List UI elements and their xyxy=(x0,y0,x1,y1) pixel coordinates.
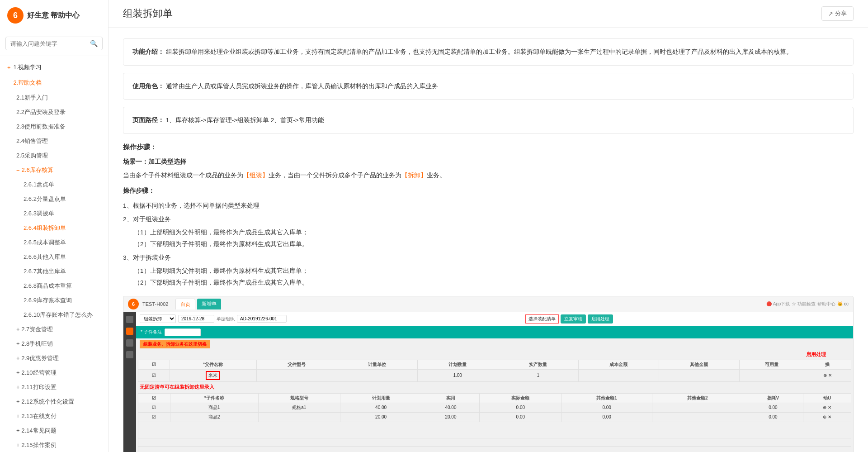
inner-status-left: * 子件备注 xyxy=(141,328,201,336)
inner-status-bar: * 子件备注 xyxy=(136,326,853,338)
upper-col-parent-model: 父件型号 xyxy=(256,360,337,369)
search-box[interactable]: 🔍 xyxy=(5,37,103,50)
sidebar-item-install[interactable]: 2.2产品安装及登录 xyxy=(0,105,108,119)
sidebar-item-label: 2.6.9库存账本查询 xyxy=(24,297,72,304)
sidebar-item-stock-error[interactable]: 2.6.10库存账本错了怎么办 xyxy=(0,308,108,322)
inner-type-select[interactable]: 组装拆卸 xyxy=(140,314,176,323)
logo-area: 6 好生意 帮助中心 xyxy=(0,0,108,31)
inner-save-btn[interactable]: 立复审核 xyxy=(561,314,586,324)
share-label: 分享 xyxy=(835,10,847,18)
inner-action-btn[interactable]: 启用处理 xyxy=(588,314,613,324)
inner-group-label: 单据组织 xyxy=(217,316,235,322)
sidebar-item-label: + 2.10经营管理 xyxy=(16,369,57,376)
type-toggle-bar: 组装业务、拆卸业务在这里切换 xyxy=(140,340,210,348)
sidebar-item-docs[interactable]: − 2.帮助文档 xyxy=(0,75,108,90)
lower-row1-loss: 0.00 xyxy=(743,403,803,412)
lower-row1-other2 xyxy=(652,403,743,412)
inner-date-input[interactable] xyxy=(178,315,214,323)
sidebar-item-inventory[interactable]: − 2.6库存核算 xyxy=(0,163,108,177)
sidebar-item-cost-adjust[interactable]: 2.6.5成本调整单 xyxy=(0,235,108,250)
lower-row1-action: ⊕ ✕ xyxy=(803,403,851,412)
share-button[interactable]: ↗ 分享 xyxy=(821,6,854,21)
role-label: 使用角色： xyxy=(132,83,164,90)
sidebar-item-video[interactable]: + 1.视频学习 xyxy=(0,60,108,75)
sidebar-item-label: 2.6.6其他入库单 xyxy=(24,253,66,260)
sidebar-item-biz[interactable]: + 2.10经营管理 xyxy=(0,366,108,380)
sidebar-item-transfer[interactable]: 2.6.3调拨单 xyxy=(0,206,108,221)
parent-name-value: 米米 xyxy=(208,373,217,378)
inner-sidebar-icon2 xyxy=(126,328,133,335)
sidebar-item-pay[interactable]: + 2.13在线支付 xyxy=(0,409,108,423)
lower-row2-action: ⊕ ✕ xyxy=(803,412,851,422)
search-input[interactable] xyxy=(10,40,90,47)
inner-tab-home[interactable]: 自贡 xyxy=(175,299,195,309)
lower-table-header-row: ☑ *子件名称 规格型号 计划用量 实用 实际金额 其他金额1 其他金额2 损耗 xyxy=(138,393,851,403)
search-icon[interactable]: 🔍 xyxy=(90,40,98,47)
upper-row-plan-qty: 1.00 xyxy=(417,369,498,381)
sidebar-item-print[interactable]: + 2.11打印设置 xyxy=(0,380,108,395)
bom-select-btn[interactable]: 选择装配清单 xyxy=(525,314,559,324)
sidebar-item-label: 2.6.3调拨单 xyxy=(24,210,54,217)
sidebar-item-mobile[interactable]: + 2.8手机旺铺 xyxy=(0,337,108,351)
sidebar-item-sales[interactable]: 2.4销售管理 xyxy=(0,134,108,148)
sidebar-item-stocktake[interactable]: 2.6.1盘点单 xyxy=(0,177,108,192)
sidebar-item-coupon[interactable]: + 2.9优惠券管理 xyxy=(0,351,108,366)
sidebar-item-newbie[interactable]: 2.1新手入门 xyxy=(0,90,108,105)
upper-row-unit xyxy=(337,369,417,381)
sidebar-item-stock-check[interactable]: 2.6.9库存账本查询 xyxy=(0,293,108,308)
sidebar-item-label: 2.6.1盘点单 xyxy=(24,181,54,188)
scenario1-title: 场景一：加工类型选择 xyxy=(123,158,854,166)
inner-app-wrapper: 6 TEST-H002 自贡 新增单 🔴 App下载 ☆ 功能检查 xyxy=(123,296,853,452)
step3: 3、对于拆装业务 xyxy=(123,252,854,264)
inner-body: 组装拆卸 单据组织 有装配清单的在这里处理 选择装配清单 xyxy=(123,312,853,452)
lower-row1-amount: 0.00 xyxy=(480,403,561,412)
inner-remark-input[interactable] xyxy=(165,328,201,336)
sidebar-item-purchase[interactable]: 2.5采购管理 xyxy=(0,148,108,163)
inner-nav-tabs: 自贡 新增单 xyxy=(175,299,221,309)
sidebar-item-label: + 2.9优惠券管理 xyxy=(16,355,59,362)
sidebar-item-other-in[interactable]: 2.6.6其他入库单 xyxy=(0,250,108,264)
scenario1-desc: 当由多个子件材料组装成一个成品的业务为【组装】业务，当由一个父件拆分成多个子产品… xyxy=(123,170,854,181)
sidebar-item-label: 2.5采购管理 xyxy=(16,152,48,159)
logo-text: 好生意 帮助中心 xyxy=(27,11,80,20)
annotation-area3: 启用处理 xyxy=(136,350,853,358)
lower-row1-other1: 0.00 xyxy=(561,403,652,412)
sidebar-item-label: 2.帮助文档 xyxy=(14,79,42,87)
function-intro-block: 功能介绍： 组装拆卸单用来处理企业组装或拆卸等加工业务，支持有固定装配清单的产品… xyxy=(123,38,854,66)
bom-select-label: 选择装配清单 xyxy=(528,316,556,322)
sidebar-item-data-prep[interactable]: 2.3使用前数据准备 xyxy=(0,119,108,134)
sidebar-item-cost-recalc[interactable]: 2.6.8商品成本重算 xyxy=(0,279,108,293)
expand-icon-inventory: − xyxy=(16,167,20,174)
sidebar-item-faq[interactable]: + 2.14常见问题 xyxy=(0,423,108,438)
logo-icon: 6 xyxy=(7,7,24,24)
upper-row-name: 米米 xyxy=(170,369,256,381)
function-intro-label: 功能介绍： xyxy=(132,48,164,55)
sidebar-item-system[interactable]: + 2.12系统个性化设置 xyxy=(0,395,108,409)
upper-col-cost: 成本金额 xyxy=(578,360,659,369)
upper-col-parent-name: *父件名称 xyxy=(170,360,256,369)
lower-table: ☑ *子件名称 规格型号 计划用量 实用 实际金额 其他金额1 其他金额2 损耗 xyxy=(138,393,851,452)
expand-icon-docs: − xyxy=(7,80,11,86)
upper-row-checkbox: ☑ xyxy=(138,369,170,381)
link-chai: 【拆卸】 xyxy=(401,172,427,179)
sidebar-item-split-stocktake[interactable]: 2.6.2分量盘点单 xyxy=(0,192,108,206)
lower-row1-name: 商品1 xyxy=(170,403,258,412)
inner-logo: 6 xyxy=(128,299,139,309)
lower-row2-plan: 20.00 xyxy=(340,412,422,422)
inner-tab-new[interactable]: 新增单 xyxy=(197,299,221,309)
sidebar-item-assembly[interactable]: 2.6.4组装拆卸单 xyxy=(0,221,108,235)
inner-group-input[interactable] xyxy=(237,315,287,323)
sidebar-item-label: + 2.7资金管理 xyxy=(16,326,53,333)
upper-row-other xyxy=(659,369,739,381)
sidebar-item-cases[interactable]: + 2.15操作案例 xyxy=(0,438,108,452)
path-block: 页面路径： 1、库存核算->库存管理->组装拆卸单 2、首页->常用功能 xyxy=(123,107,854,134)
lower-row2-amount: 0.00 xyxy=(480,412,561,422)
expand-icon-video: + xyxy=(7,64,11,71)
ops-steps-title: 操作步骤： xyxy=(123,185,854,197)
role-text: 通常由生产人员或库管人员完成拆装业务的操作，库管人员确认原材料的出库和产成品的入… xyxy=(166,83,438,90)
sidebar-item-cash[interactable]: + 2.7资金管理 xyxy=(0,322,108,337)
lower-col-actual: 实用 xyxy=(422,393,480,403)
sidebar-item-other-out[interactable]: 2.6.7其他出库单 xyxy=(0,264,108,279)
upper-col-other: 其他金额 xyxy=(659,360,739,369)
sidebar-item-label: 2.6.10库存账本错了怎么办 xyxy=(24,311,93,318)
